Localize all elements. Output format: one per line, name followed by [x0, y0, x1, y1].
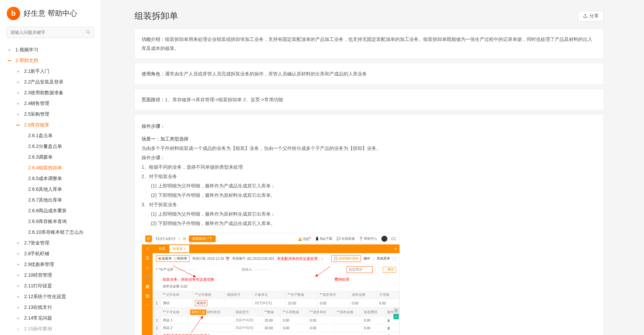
doc-icon[interactable]: ☰ [145, 256, 150, 261]
table-row[interactable]: 2商品 2只(1个=1只)30.000.000.000.00🗑 [153, 324, 399, 332]
ss-tab-active[interactable]: 拆装单 × [169, 245, 189, 253]
ss-op2[interactable]: 其他菜单 [377, 256, 390, 261]
ss-leftnav: ⌂ ☰ □ 🛒 ▦ ▤ ⋯ [142, 244, 153, 335]
table-row[interactable]: 1商品 1只(1个=1只)20.000.000.000.00🗑 [153, 317, 399, 324]
scene1-label: 场景一：加工类型选择 [142, 134, 597, 144]
ss-row2: **生产仓库 经办人 制造费用 + 费用 [153, 264, 399, 275]
grid-icon[interactable]: ▦ [145, 284, 150, 289]
nav-2-14[interactable]: +2.14常见问题 [7, 313, 94, 324]
ss-bom-button[interactable]: 📋 选择物料清单 [331, 255, 361, 262]
nav-2-6-6[interactable]: 2.6.6其他入库单 [7, 184, 94, 195]
stats-icon[interactable]: ▤ [145, 293, 150, 298]
plus-icon: + [15, 262, 21, 267]
plus-icon: + [15, 112, 21, 117]
home-icon[interactable]: ⌂ [145, 246, 150, 251]
table-row[interactable]: 3无配送清单的直接在这里录入🗑 [153, 332, 399, 335]
logo: b 好生意 帮助中心 [7, 7, 94, 20]
nav-2-6-5[interactable]: 2.6.5成本调整单 [7, 173, 94, 184]
nav-2-11[interactable]: +2.11打印设置 [7, 281, 94, 291]
plus-icon: + [15, 316, 21, 321]
nav-2-7[interactable]: +2.7资金管理 [7, 238, 94, 248]
search-input[interactable] [7, 27, 94, 38]
nav-2-6-2[interactable]: 2.6.2分量盘点单 [7, 141, 94, 152]
ss-user: CC [391, 237, 396, 241]
ss-test-label: TEST-HSY2 [155, 237, 175, 241]
plus-icon: + [15, 273, 21, 278]
side-btn-2[interactable]: ⤢ [393, 314, 399, 319]
ss-service[interactable]: 💬 在线客服 [336, 236, 355, 241]
app-screenshot: 好 TEST-HSY2 ▾ ⚙ 我要购买一下 🔔 消息0 📱 App下载 💬 在… [142, 233, 400, 335]
path-text: 1、库存核算->库存管理->组装拆卸单 2、首页->常用功能 [165, 97, 283, 102]
ss-help[interactable]: ❓ 帮助中心 [359, 236, 377, 241]
nav-2-6-8[interactable]: 2.6.8商品成本重算 [7, 206, 94, 216]
minus-icon: − [15, 122, 21, 128]
nav-2-6-10[interactable]: 2.6.10库存账本错了怎么办 [7, 227, 94, 238]
ss-tab-home[interactable]: 首页 [155, 245, 169, 253]
nav-2-5[interactable]: +2.5采购管理 [7, 109, 94, 120]
step2-2: (2) 下部明细为子件明细，最终作为原材料生成其它出库单。 [142, 190, 597, 200]
table-row[interactable]: 1 测试 规格B 只(个)=1只) 10.00 0.00 0.00 0.00 [153, 299, 399, 308]
site-title: 好生意 帮助中心 [23, 8, 77, 18]
share-button[interactable]: 分享 [578, 11, 604, 21]
path-label: 页面路径： [142, 97, 165, 102]
ss-parent-table: *父件名称 *父件规格 规格型号 计量单位 *生产数量 *成本单价 成本金额 可… [153, 291, 399, 308]
annot-switch: 组装业务、拆卸业务在这里切换 [163, 277, 214, 282]
sidebar: b 好生意 帮助中心 +1.视频学习 −2.帮助文档 +2.1新手入门 +2.2… [0, 0, 101, 335]
delete-icon[interactable]: 🗑 [385, 324, 399, 332]
close-icon[interactable]: × [394, 246, 397, 251]
nav-2-12[interactable]: +2.12系统个性化设置 [7, 291, 94, 302]
page-title: 组装拆卸单 [135, 10, 178, 22]
nav-2-4[interactable]: +2.4销售管理 [7, 98, 94, 109]
ss-app[interactable]: 📱 App下载 [315, 236, 332, 241]
delete-icon[interactable]: 🗑 [385, 332, 399, 335]
nav-2-13[interactable]: +2.13在线支付 [7, 302, 94, 313]
nav-2-6-9[interactable]: 2.6.9库存账本查询 [7, 216, 94, 227]
intro-card: 功能介绍：组装拆卸单用来处理企业组装或拆卸等加工业务，支持有固定装配清单的产品加… [135, 29, 604, 59]
ss-type-radio[interactable]: 组装单 拆卸单 [156, 255, 190, 262]
nav-video[interactable]: +1.视频学习 [7, 45, 94, 55]
nav-2-10[interactable]: +2.10经营管理 [7, 270, 94, 281]
nav-2-1[interactable]: +2.1新手入门 [7, 66, 94, 77]
ss-fee-button[interactable]: + 费用 [383, 267, 396, 273]
main-content: 组装拆卸单 分享 功能介绍：组装拆卸单用来处理企业组装或拆卸等加工业务，支持有固… [101, 0, 644, 335]
ss-cost-input[interactable]: 制造费用 [346, 266, 373, 273]
nav-2-6-4[interactable]: 2.6.4组装拆卸单 [7, 163, 94, 173]
nav-2-2[interactable]: +2.2产品安装及登录 [7, 77, 94, 88]
ss-toolbar: 组装单 拆卸单 单据日期 2019-12-26 📅 单据编号 AD-201912… [153, 253, 399, 264]
ss-msg[interactable]: 🔔 消息0 [298, 236, 311, 241]
step3-1: (1) 上部明细为父件明细，最终作为原材料生成其它出库单； [142, 209, 597, 219]
plus-icon: + [7, 47, 12, 53]
search-icon[interactable] [86, 30, 91, 35]
box-icon[interactable]: □ [145, 265, 150, 270]
nav-2-6-1[interactable]: 2.6.1盘点单 [7, 130, 94, 141]
intro-label: 功能介绍： [142, 37, 165, 42]
annot-direct-input: 无配送清单的直接在这里录入 [163, 334, 211, 335]
logo-icon: b [7, 7, 20, 20]
plus-icon: + [15, 240, 21, 246]
plus-icon: + [15, 326, 21, 332]
nav-docs[interactable]: −2.帮助文档 [7, 55, 94, 66]
step2-1: (1) 上部明细为父件明细，最终作为产成品生成其它入库单； [142, 181, 597, 190]
svg-line-1 [89, 33, 90, 34]
path-card: 页面路径：1、库存核算->库存管理->组装拆卸单 2、首页->常用功能 [135, 89, 604, 111]
nav-2-6[interactable]: −2.6库存核算 [7, 120, 94, 130]
nav-2-8[interactable]: +2.8手机旺铺 [7, 248, 94, 259]
ss-topbar: 好 TEST-HSY2 ▾ ⚙ 我要购买一下 🔔 消息0 📱 App下载 💬 在… [142, 233, 399, 244]
nav-2-3[interactable]: +2.3使用前数据准备 [7, 88, 94, 98]
plus-icon: + [15, 101, 21, 106]
ss-avatar-icon[interactable] [381, 236, 387, 242]
ss-op1[interactable]: 操作 [364, 256, 370, 261]
cart-icon[interactable]: 🛒 [145, 275, 150, 279]
more-icon[interactable]: ⋯ [145, 303, 150, 308]
plus-icon: + [15, 283, 21, 289]
nav-2-15[interactable]: +2.15操作案例 [7, 324, 94, 334]
nav-2-9[interactable]: +2.9优惠券管理 [7, 259, 94, 270]
steps-label: 操作步骤： [142, 121, 597, 131]
plus-icon: + [15, 305, 21, 310]
ss-child-table: *子件名称 材料已选 材料类别 规格型号 *数量 *出库数量 *成本单价 *成本… [153, 308, 399, 335]
ss-try-button[interactable]: 我要购买一下 [189, 235, 216, 242]
step3-2: (2) 下部明细为子件明细，最终作为产成品生成其它入库单。 [142, 219, 597, 228]
nav-2-6-3[interactable]: 2.6.3调拨单 [7, 152, 94, 163]
side-btn-1[interactable]: ⊞ [393, 308, 399, 313]
nav-2-6-7[interactable]: 2.6.7其他出库单 [7, 195, 94, 206]
